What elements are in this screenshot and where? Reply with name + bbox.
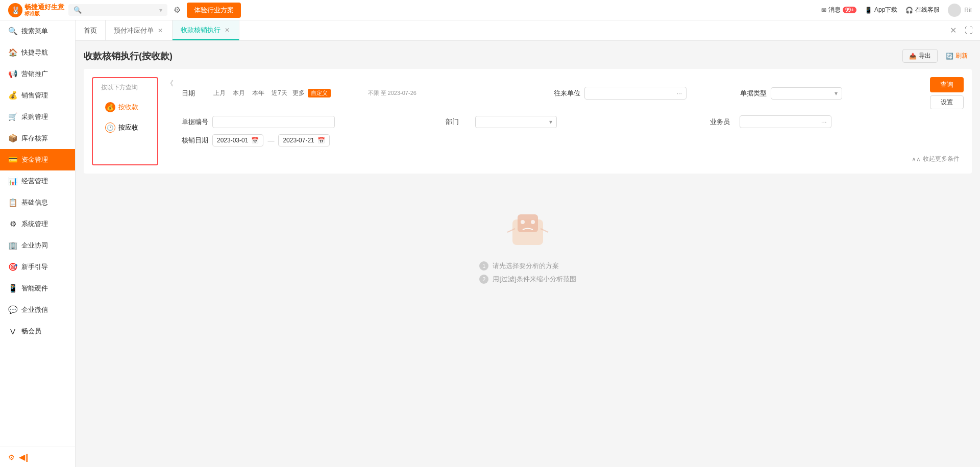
sidebar-collapse-button[interactable]: ◀‖ [19,452,29,462]
quick-nav-icon: 🏠 [8,48,17,57]
member-label: 畅会员 [21,327,41,336]
sidebar-item-hardware[interactable]: 📱 智能硬件 [0,278,75,299]
sidebar-item-marketing[interactable]: 📢 营销推广 [0,63,75,85]
ops-label: 经营管理 [21,177,48,186]
search-input[interactable] [85,7,156,14]
staff-field[interactable] [744,118,821,126]
filter-option-by-receivable[interactable]: 🕐 按应收 [101,120,149,135]
staff-input[interactable]: ··· [740,115,831,128]
enterprise-label: 企业协同 [21,241,48,250]
online-service-label: 在线客服 [915,6,940,14]
tab-collection[interactable]: 收款核销执行 ✕ [173,20,239,40]
query-button[interactable]: 查询 [930,77,964,92]
tab-home[interactable]: 首页 [76,20,106,40]
doc-type-select[interactable]: ▾ [771,87,842,100]
dept-chevron-icon: ▾ [549,118,552,126]
verify-date-end-input[interactable]: 2023-07-21 📅 [278,134,329,146]
verify-date-label: 核销日期 [182,136,208,145]
prepay-tab-close[interactable]: ✕ [157,26,164,35]
message-icon: ✉ [821,7,826,14]
user-area: Rit [948,4,972,17]
settings-icon[interactable]: ⚙ [8,453,15,461]
export-button[interactable]: 📤 导出 [902,49,938,63]
top-bar-left: 🐰 畅捷通好生意 标准版 🔍 ▾ ⚙ 体验行业方案 [8,3,821,18]
settings-button[interactable]: 设置 [930,95,964,109]
app-download-button[interactable]: 📱 App下载 [865,6,897,14]
chevron-down-icon: ▾ [835,90,838,97]
search-menu-icon: 🔍 [8,27,17,36]
doc-no-input[interactable] [212,116,335,128]
page-content: 收款核销执行(按收款) 📤 导出 🔄 刷新 按以下方查询 [76,41,980,467]
doc-no-label: 单据编号 [182,117,208,127]
refresh-icon: 🔄 [946,53,953,60]
tab-close-all-button[interactable]: ✕ [947,23,960,37]
member-icon: V [8,327,17,336]
shortcut-more[interactable]: 更多 [292,89,305,97]
enterprise-icon: 🏢 [8,241,17,250]
inventory-icon: 📦 [8,134,17,143]
sidebar-item-beginner[interactable]: 🎯 新手引导 [0,256,75,278]
message-button[interactable]: ✉ 消息 99+ [821,6,856,14]
main-layout: 🔍 搜索菜单 🏠 快捷导航 📢 营销推广 💰 销售管理 🛒 采购管理 📦 库存核… [0,20,980,467]
collapse-more-button[interactable]: ∧∧ 收起更多条件 [908,153,964,165]
collapse-chevron-icon: ∧∧ [912,156,921,163]
sidebar-item-purchase[interactable]: 🛒 采购管理 [0,106,75,128]
dept-select[interactable]: ▾ [475,116,557,128]
gear-button[interactable]: ⚙ [172,3,183,17]
calendar-start-icon: 📅 [251,137,259,144]
filter-row-2: 单据编号 部门 ▾ [182,115,964,128]
purchase-label: 采购管理 [21,112,48,121]
app-download-label: App下载 [874,6,897,14]
counterparty-field[interactable] [589,90,676,97]
sidebar-item-inventory[interactable]: 📦 库存核算 [0,128,75,149]
inventory-label: 库存核算 [21,134,48,143]
sidebar-item-search-menu[interactable]: 🔍 搜索菜单 [0,20,75,42]
quick-nav-label: 快捷导航 [21,48,48,57]
shortcut-last-month[interactable]: 上月 [211,88,228,99]
basic-info-icon: 📋 [8,198,17,207]
export-icon: 📤 [909,53,917,60]
wechat-icon: 💬 [8,305,17,314]
filter-right: 日期 上月 本月 本年 近7天 更多 自定义 不限 至 2023-0 [182,77,964,165]
online-service-button[interactable]: 🎧 在线客服 [905,6,940,14]
shortcut-7days[interactable]: 近7天 [270,88,289,99]
date-group: 日期 上月 本月 本年 近7天 更多 自定义 [182,88,358,99]
tab-prepay[interactable]: 预付冲应付单 ✕ [106,20,173,40]
calendar-end-icon: 📅 [317,137,325,144]
custom-tag: 自定义 [308,89,331,97]
brand-version: 标准版 [24,11,64,17]
sidebar-item-quick-nav[interactable]: 🏠 快捷导航 [0,42,75,63]
verify-date-start-input[interactable]: 2023-03-01 📅 [212,134,263,146]
collection-tab-label: 收款核销执行 [181,26,220,35]
beginner-icon: 🎯 [8,262,17,272]
counterparty-input[interactable]: ··· [584,87,687,100]
sidebar-item-basic-info[interactable]: 📋 基础信息 [0,192,75,213]
doc-no-field[interactable] [217,118,330,126]
brand-name: 畅捷通好生意 [24,3,64,11]
brand: 🐰 畅捷通好生意 标准版 [8,3,64,17]
shortcut-this-year[interactable]: 本年 [250,88,266,99]
staff-more-icon[interactable]: ··· [821,118,827,126]
sidebar-item-enterprise[interactable]: 🏢 企业协同 [0,235,75,256]
date-hint-group: 不限 至 2023-07-26 [368,89,544,97]
page-title-bar: 收款核销执行(按收款) 📤 导出 🔄 刷新 [84,49,972,63]
counterparty-more-icon[interactable]: ··· [676,89,682,97]
filter-left: 按以下方查询 💰 按收款 🕐 按应收 [92,77,158,165]
date-range-separator: — [267,137,274,144]
sidebar-item-member[interactable]: V 畅会员 [0,321,75,342]
collection-tab-close[interactable]: ✕ [224,26,231,35]
sidebar-item-ops[interactable]: 📊 经营管理 [0,170,75,192]
sidebar-item-sales[interactable]: 💰 销售管理 [0,85,75,106]
filter-collapse-arrow[interactable]: 《 [164,77,176,90]
by-collection-label: 按收款 [118,103,138,112]
date-range: 2023-03-01 📅 — 2023-07-21 📅 [212,134,330,146]
tab-expand-button[interactable]: ⛶ [962,24,976,37]
sidebar-item-finance[interactable]: 💳 资金管理 [0,149,75,170]
filter-option-by-collection[interactable]: 💰 按收款 [101,100,149,114]
shortcut-this-month[interactable]: 本月 [231,88,247,99]
sidebar-item-wechat[interactable]: 💬 企业微信 [0,299,75,321]
sidebar-item-system[interactable]: ⚙ 系统管理 [0,213,75,235]
refresh-button[interactable]: 🔄 刷新 [942,49,972,63]
industry-button[interactable]: 体验行业方案 [187,3,241,18]
hardware-icon: 📱 [8,284,17,293]
